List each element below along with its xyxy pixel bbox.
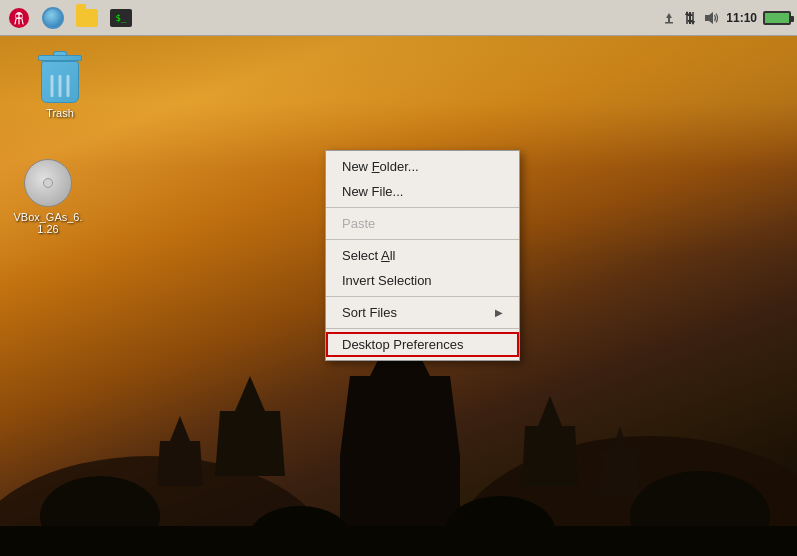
separator-4 (326, 328, 519, 329)
separator-1 (326, 207, 519, 208)
svg-point-9 (40, 476, 160, 556)
browser-button[interactable] (38, 4, 68, 32)
menu-item-sort-files[interactable]: Sort Files ▶ (326, 300, 519, 325)
menu-item-new-folder[interactable]: New Folder... (326, 154, 519, 179)
menu-item-sort-files-label: Sort Files (342, 305, 397, 320)
vbox-icon[interactable]: VBox_GAs_6.1.26 (8, 155, 88, 239)
taskbar-right: 11:10 (662, 10, 797, 26)
svg-rect-4 (340, 456, 460, 556)
trash-icon-image (36, 51, 84, 103)
menu-item-new-file-label: New File... (342, 184, 403, 199)
vbox-label: VBox_GAs_6.1.26 (12, 211, 84, 235)
globe-icon (42, 7, 64, 29)
menu-item-select-all-label: Select All (342, 248, 395, 263)
menu-item-invert-selection[interactable]: Invert Selection (326, 268, 519, 293)
cd-icon-image (24, 159, 72, 207)
volume-icon[interactable] (704, 11, 720, 25)
file-manager-button[interactable] (72, 4, 102, 32)
menu-item-desktop-preferences[interactable]: Desktop Preferences (326, 332, 519, 357)
menu-item-paste-label: Paste (342, 216, 375, 231)
sort-files-arrow-icon: ▶ (495, 307, 503, 318)
rpi-menu-button[interactable] (4, 4, 34, 32)
svg-marker-6 (522, 396, 578, 486)
clock: 11:10 (726, 11, 757, 25)
svg-marker-7 (157, 416, 203, 486)
taskbar-left: $_ (0, 4, 136, 32)
terminal-icon: $_ (110, 9, 132, 27)
menu-item-new-file[interactable]: New File... (326, 179, 519, 204)
context-menu: New Folder... New File... Paste Select A… (325, 150, 520, 361)
transfer-icon-svg (682, 10, 698, 26)
volume-icon-svg (704, 11, 720, 25)
svg-point-12 (445, 496, 555, 556)
svg-point-1 (0, 456, 330, 556)
battery-icon (763, 11, 791, 25)
upload-icon[interactable] (662, 11, 676, 25)
svg-marker-17 (666, 13, 672, 18)
trash-label: Trash (46, 107, 74, 119)
svg-marker-25 (691, 21, 695, 25)
svg-point-11 (250, 506, 350, 556)
svg-rect-13 (0, 526, 797, 556)
rpi-logo-icon (7, 6, 31, 30)
svg-marker-26 (705, 12, 713, 24)
menu-item-select-all[interactable]: Select All (326, 243, 519, 268)
menu-item-new-folder-label: New Folder... (342, 159, 419, 174)
separator-2 (326, 239, 519, 240)
menu-item-desktop-preferences-label: Desktop Preferences (342, 337, 463, 352)
svg-point-0 (450, 436, 797, 556)
menu-item-invert-selection-label: Invert Selection (342, 273, 432, 288)
svg-rect-18 (668, 18, 670, 22)
svg-marker-23 (685, 11, 689, 15)
network-icon-svg (662, 11, 676, 25)
taskbar: $_ (0, 0, 797, 36)
svg-marker-8 (600, 426, 640, 496)
separator-3 (326, 296, 519, 297)
svg-point-15 (16, 14, 19, 17)
cd-hole (43, 178, 53, 188)
svg-point-16 (20, 14, 23, 17)
folder-icon (76, 9, 98, 27)
menu-item-paste: Paste (326, 211, 519, 236)
svg-rect-19 (665, 22, 673, 24)
terminal-button[interactable]: $_ (106, 4, 136, 32)
transfer-icon[interactable] (682, 10, 698, 26)
svg-marker-5 (215, 376, 285, 476)
svg-point-10 (630, 471, 770, 556)
trash-icon[interactable]: Trash (20, 47, 100, 123)
